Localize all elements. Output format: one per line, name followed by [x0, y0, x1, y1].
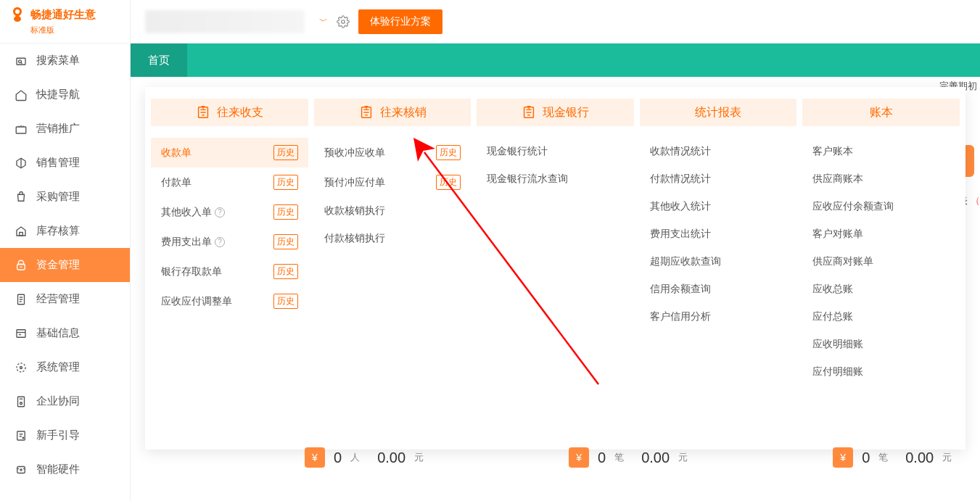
sidebar-item-label: 营销推广: [36, 122, 80, 136]
kpi-unit2: 元: [678, 451, 688, 464]
mega-item[interactable]: 其他收入统计: [640, 193, 797, 220]
mega-item[interactable]: 客户信用分析: [640, 303, 797, 331]
history-tag[interactable]: 历史: [273, 234, 298, 249]
mega-item[interactable]: 付款核销执行: [314, 225, 472, 252]
mega-column-1: 往来核销预收冲应收单历史预付冲应付单历史收款核销执行付款核销执行: [314, 99, 472, 428]
mega-item[interactable]: 供应商对账单: [802, 248, 960, 276]
svg-point-26: [20, 468, 22, 470]
history-tag[interactable]: 历史: [273, 264, 298, 279]
sidebar-item-funds[interactable]: 资金管理: [0, 248, 130, 282]
sidebar-item-label: 库存核算: [36, 224, 80, 238]
history-tag[interactable]: 历史: [273, 145, 298, 160]
sidebar-item-label: 新手引导: [36, 428, 80, 442]
kpi-count: 0: [334, 450, 342, 466]
sidebar-item-system[interactable]: 系统管理: [0, 350, 130, 384]
help-icon[interactable]: ?: [215, 237, 225, 247]
logo-text: 畅捷通好生意: [30, 8, 96, 22]
sidebar-item-hardware[interactable]: 智能硬件: [0, 452, 130, 486]
history-tag[interactable]: 历史: [436, 145, 461, 160]
mega-item[interactable]: 应付总账: [802, 303, 960, 331]
column-doc-icon: [521, 104, 537, 120]
mega-item[interactable]: 预收冲应收单历史: [314, 138, 472, 167]
logo-icon: [9, 6, 26, 23]
mega-column-title: 统计报表: [695, 105, 741, 120]
mega-item-label: 客户账本: [812, 145, 853, 158]
mega-item-label: 信用余额查询: [650, 283, 711, 296]
sidebar-item-sales[interactable]: 销售管理: [0, 146, 130, 180]
mega-column-header: 往来核销: [314, 99, 472, 126]
mega-item[interactable]: 应收应付余额查询: [802, 193, 960, 220]
mega-item[interactable]: 银行存取款单历史: [151, 257, 308, 286]
mega-item[interactable]: 费用支出统计: [640, 220, 797, 248]
mega-item-label: 费用支出单?: [161, 236, 225, 249]
mega-item[interactable]: 超期应收款查询: [640, 248, 797, 276]
try-solution-button[interactable]: 体验行业方案: [358, 9, 442, 34]
mega-item[interactable]: 应收总账: [802, 276, 960, 303]
mega-item-label: 现金银行统计: [487, 145, 548, 158]
mega-item-label: 预收冲应收单: [324, 146, 385, 160]
svg-rect-6: [20, 232, 23, 236]
sidebar-item-marketing[interactable]: 营销推广: [0, 112, 130, 146]
inventory-icon: [15, 225, 28, 238]
mega-item[interactable]: 收款情况统计: [640, 138, 797, 165]
mega-column-0: 往来收支收款单历史付款单历史其他收入单?历史费用支出单?历史银行存取款单历史应收…: [151, 99, 308, 428]
mega-item-label: 应收总账: [812, 283, 853, 296]
svg-rect-3: [16, 127, 26, 133]
mega-item-label: 其他收入统计: [650, 200, 711, 213]
history-tag[interactable]: 历史: [273, 204, 298, 220]
sidebar-item-label: 搜索菜单: [36, 54, 80, 67]
mega-item[interactable]: 付款单历史: [151, 167, 308, 197]
sidebar-item-label: 销售管理: [36, 156, 80, 170]
mega-item[interactable]: 客户账本: [802, 138, 960, 165]
mega-item[interactable]: 应收明细账: [802, 331, 960, 358]
mega-item[interactable]: 应付明细账: [802, 358, 960, 386]
kpi-0: ¥0人0.00元: [305, 447, 424, 468]
kpi-unit2: 元: [942, 451, 952, 464]
mega-item[interactable]: 其他收入单?历史: [151, 197, 308, 227]
mega-item[interactable]: 现金银行流水查询: [477, 165, 634, 193]
sidebar-item-search[interactable]: 搜索菜单: [0, 44, 130, 78]
kpi-amount: 0.00: [905, 450, 934, 466]
sidebar-item-inventory[interactable]: 库存核算: [0, 214, 130, 248]
kpi-icon: ¥: [833, 447, 853, 468]
kpi-count: 0: [598, 450, 606, 466]
kpi-amount: 0.00: [377, 450, 405, 466]
mega-item-label: 超期应收款查询: [650, 255, 721, 268]
history-tag[interactable]: 历史: [273, 175, 298, 190]
help-icon[interactable]: ?: [215, 207, 225, 218]
funds-icon: [15, 259, 28, 272]
kpi-amount: 0.00: [641, 450, 670, 466]
mega-item-label: 供应商账本: [812, 173, 863, 186]
side-menu: 搜索菜单快捷导航营销推广销售管理采购管理库存核算资金管理经营管理基础信息系统管理…: [0, 44, 130, 501]
sidebar-item-label: 系统管理: [36, 360, 80, 374]
mega-item[interactable]: 收款单历史: [151, 138, 308, 167]
mega-column-header: 账本: [802, 99, 960, 126]
mega-item[interactable]: 预付冲应付单历史: [314, 167, 472, 197]
sidebar-item-operation[interactable]: 经营管理: [0, 282, 130, 316]
tab-home[interactable]: 首页: [131, 44, 187, 77]
history-tag[interactable]: 历史: [273, 294, 298, 309]
mega-item[interactable]: 信用余额查询: [640, 276, 797, 303]
history-tag[interactable]: 历史: [436, 175, 461, 190]
guide-icon: [15, 429, 28, 442]
sales-icon: [15, 157, 28, 170]
mega-item[interactable]: 付款情况统计: [640, 165, 797, 193]
settings-gear-icon[interactable]: [337, 15, 350, 28]
mega-item[interactable]: 客户对账单: [802, 220, 960, 248]
mega-item-label: 应收应付调整单: [161, 295, 232, 308]
sidebar-item-guide[interactable]: 新手引导: [0, 418, 130, 452]
mega-item[interactable]: 费用支出单?历史: [151, 227, 308, 257]
column-doc-icon: [195, 104, 211, 120]
mega-item-label: 应付总账: [812, 310, 853, 323]
mega-item[interactable]: 收款核销执行: [314, 197, 472, 225]
mega-item-label: 费用支出统计: [650, 228, 711, 241]
sidebar-item-purchase[interactable]: 采购管理: [0, 180, 130, 214]
mega-item[interactable]: 应收应付调整单历史: [151, 286, 308, 316]
company-dropdown-caret[interactable]: ﹀: [319, 15, 328, 28]
sidebar-item-collab[interactable]: 企业协同: [0, 384, 130, 418]
sidebar-item-quicknav[interactable]: 快捷导航: [0, 78, 130, 112]
operation-icon: [15, 293, 28, 306]
sidebar-item-basic[interactable]: 基础信息: [0, 316, 130, 350]
mega-item[interactable]: 供应商账本: [802, 165, 960, 193]
mega-item[interactable]: 现金银行统计: [477, 138, 634, 165]
